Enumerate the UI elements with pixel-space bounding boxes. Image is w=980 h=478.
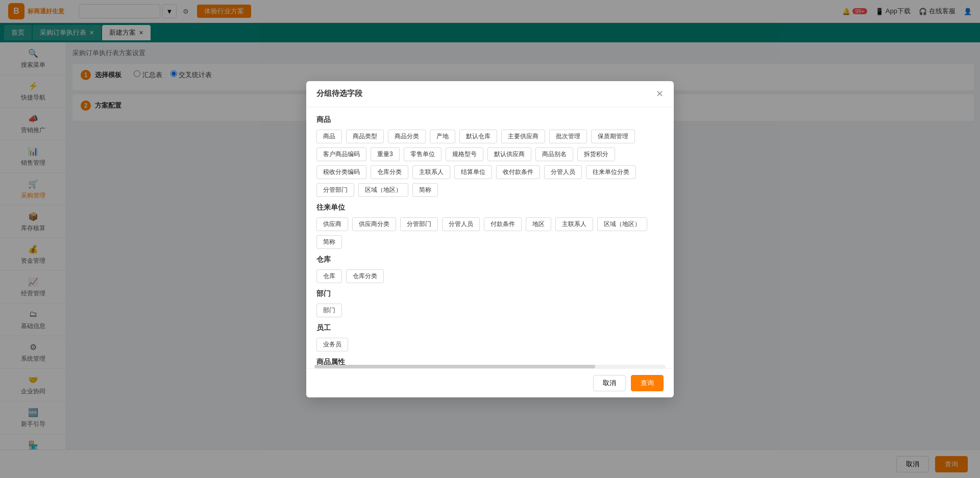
field-tag[interactable]: 业务员	[316, 338, 348, 351]
field-tag[interactable]: 批次管理	[549, 130, 587, 143]
field-tag[interactable]: 供应商分类	[352, 217, 396, 231]
field-tag[interactable]: 往来单位分类	[586, 165, 636, 179]
section-title-product: 商品	[316, 115, 664, 124]
field-tag[interactable]: 拆货积分	[577, 147, 615, 161]
dialog-footer: 取消 查询	[306, 368, 674, 397]
field-tag[interactable]: 区域（地区）	[358, 183, 408, 197]
field-tag[interactable]: 产地	[430, 130, 455, 143]
field-tag[interactable]: 客户商品编码	[316, 147, 366, 161]
field-tag[interactable]: 默认供应商	[487, 147, 531, 161]
field-tag[interactable]: 部门	[316, 304, 342, 317]
field-tag[interactable]: 仓库分类	[346, 269, 384, 283]
field-tag[interactable]: 付款条件	[484, 217, 522, 231]
section-title-warehouse: 仓库	[316, 255, 664, 264]
fields-grid-dept: 部门	[316, 304, 664, 317]
horizontal-scrollbar[interactable]	[314, 365, 666, 368]
field-tag[interactable]: 规格型号	[446, 147, 483, 161]
section-title-partner: 往来单位	[316, 203, 664, 212]
field-tag[interactable]: 商品分类	[388, 130, 426, 143]
field-tag[interactable]: 商品类型	[346, 130, 384, 143]
field-tag[interactable]: 分管部门	[400, 217, 438, 231]
field-tag[interactable]: 主联系人	[412, 165, 450, 179]
field-tag[interactable]: 分管部门	[316, 183, 354, 197]
field-tag[interactable]: 商品别名	[535, 147, 573, 161]
field-tag[interactable]: 商品	[316, 130, 342, 143]
field-tag[interactable]: 零售单位	[404, 147, 442, 161]
field-tag[interactable]: 分管人员	[544, 165, 582, 179]
field-tag[interactable]: 分管人员	[442, 217, 480, 231]
field-tag[interactable]: 仓库分类	[371, 165, 408, 179]
fields-grid-staff: 业务员	[316, 338, 664, 351]
field-tag[interactable]: 结算单位	[454, 165, 492, 179]
fields-grid-warehouse: 仓库 仓库分类	[316, 269, 664, 283]
field-tag[interactable]: 保质期管理	[591, 130, 635, 143]
dialog-overlay: 分组待选字段 ✕ 商品 商品 商品类型 商品分类 产地 默认仓库 主要供应商 批…	[0, 0, 980, 478]
confirm-button[interactable]: 查询	[631, 375, 664, 391]
field-tag[interactable]: 税收分类编码	[316, 165, 366, 179]
dialog-title: 分组待选字段	[316, 89, 362, 98]
field-tag[interactable]: 地区	[526, 217, 551, 231]
field-tag[interactable]: 收付款条件	[496, 165, 540, 179]
section-title-staff: 员工	[316, 323, 664, 333]
field-tag[interactable]: 仓库	[316, 269, 342, 283]
field-tag[interactable]: 主要供应商	[501, 130, 545, 143]
fields-grid-partner: 供应商 供应商分类 分管部门 分管人员 付款条件 地区 主联系人 区域（地区） …	[316, 217, 664, 249]
field-tag[interactable]: 简称	[316, 235, 342, 249]
section-title-product-attr: 商品属性	[316, 358, 664, 365]
fields-grid-product: 商品 商品类型 商品分类 产地 默认仓库 主要供应商 批次管理 保质期管理 客户…	[316, 130, 664, 197]
field-select-dialog: 分组待选字段 ✕ 商品 商品 商品类型 商品分类 产地 默认仓库 主要供应商 批…	[306, 81, 674, 397]
dialog-header: 分组待选字段 ✕	[306, 81, 674, 107]
cancel-button[interactable]: 取消	[593, 375, 626, 391]
field-tag[interactable]: 简称	[412, 183, 438, 197]
field-tag[interactable]: 默认仓库	[459, 130, 497, 143]
field-tag[interactable]: 主联系人	[555, 217, 593, 231]
field-tag[interactable]: 区域（地区）	[597, 217, 647, 231]
field-tag[interactable]: 重量3	[371, 147, 400, 161]
dialog-close-button[interactable]: ✕	[656, 88, 664, 99]
field-tag[interactable]: 供应商	[316, 217, 348, 231]
section-title-dept: 部门	[316, 289, 664, 298]
dialog-body: 商品 商品 商品类型 商品分类 产地 默认仓库 主要供应商 批次管理 保质期管理…	[306, 107, 674, 365]
